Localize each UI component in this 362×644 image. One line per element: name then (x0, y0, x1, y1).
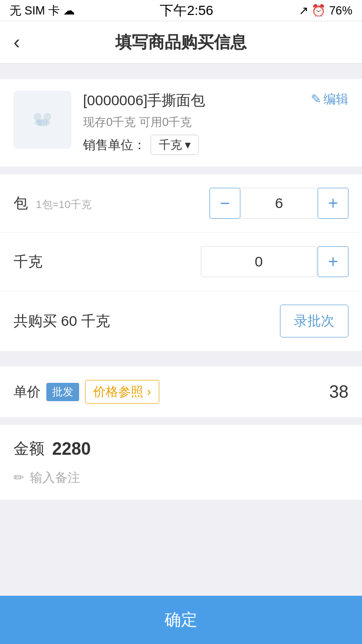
confirm-button-label: 确定 (165, 609, 197, 631)
bao-quantity-input[interactable] (240, 188, 318, 219)
amount-row: 金额 2280 (14, 438, 348, 460)
price-left: 单价 批发 价格参照 › (14, 380, 159, 404)
divider-1 (0, 167, 362, 174)
edit-label: 编辑 (323, 91, 348, 108)
status-right: ↗ ⏰ 76% (299, 4, 352, 17)
product-logo-icon: 智计 (28, 105, 57, 134)
divider-2 (0, 351, 362, 359)
unit-dropdown-icon: ▾ (185, 138, 191, 152)
total-section: 共购买 60 千克 录批次 (0, 291, 362, 351)
confirm-button[interactable]: 确定 (0, 596, 362, 644)
edit-icon: ✎ (311, 92, 321, 107)
amount-label: 金额 (14, 438, 44, 460)
bao-quantity-control: − + (209, 188, 348, 219)
product-image: 智计 (14, 91, 71, 149)
price-label: 单价 (14, 383, 41, 401)
total-amount: 60 (61, 313, 77, 329)
status-left: 无 SIM 卡 ☁ (10, 3, 75, 18)
amount-section: 金额 2280 ✏ 输入备注 (0, 425, 362, 500)
qianke-row: 千克 + (0, 233, 362, 291)
product-section: 智计 [0000006]手撕面包 现存0千克 可用0千克 销售单位： 千克 ▾ … (0, 79, 362, 167)
status-bar: 无 SIM 卡 ☁ 下午2:56 ↗ ⏰ 76% (0, 0, 362, 21)
bao-increment-button[interactable]: + (318, 188, 348, 219)
product-unit: 销售单位： 千克 ▾ (83, 135, 348, 155)
qianke-quantity-input[interactable] (201, 246, 317, 277)
product-info: [0000006]手撕面包 现存0千克 可用0千克 销售单位： 千克 ▾ (83, 91, 348, 155)
page-title: 填写商品购买信息 (115, 31, 247, 54)
record-batch-button[interactable]: 录批次 (280, 305, 348, 337)
qianke-increment-button[interactable]: + (318, 246, 348, 277)
product-stock: 现存0千克 可用0千克 (83, 114, 348, 130)
bao-decrement-button[interactable]: − (209, 188, 240, 219)
remark-text: 输入备注 (30, 469, 80, 486)
input-section: 包 1包=10千克 − + 千克 + (0, 174, 362, 291)
nav-bar: ‹ 填写商品购买信息 (0, 21, 362, 64)
qianke-quantity-control: + (201, 246, 348, 277)
unit-value: 千克 (159, 137, 182, 153)
bao-hint: 1包=10千克 (36, 198, 92, 210)
divider-top (0, 64, 362, 71)
price-reference-button[interactable]: 价格参照 › (85, 380, 159, 404)
price-value: 38 (329, 382, 348, 402)
unit-select[interactable]: 千克 ▾ (151, 135, 199, 155)
total-text: 共购买 60 千克 (14, 311, 110, 331)
product-name: [0000006]手撕面包 (83, 91, 348, 111)
status-time: 下午2:56 (160, 1, 213, 20)
unit-label: 销售单位： (83, 137, 146, 154)
price-section: 单价 批发 价格参照 › 38 (0, 366, 362, 417)
svg-text:智计: 智计 (36, 119, 49, 126)
bao-label: 包 1包=10千克 (14, 194, 209, 213)
qianke-label: 千克 (14, 252, 201, 272)
edit-button[interactable]: ✎ 编辑 (311, 91, 348, 108)
remark-icon: ✏ (14, 470, 24, 485)
battery-status: ↗ ⏰ 76% (299, 4, 352, 17)
sim-status: 无 SIM 卡 ☁ (10, 3, 75, 18)
price-badge: 批发 (46, 383, 79, 401)
bao-row: 包 1包=10千克 − + (0, 174, 362, 233)
remark-row[interactable]: ✏ 输入备注 (14, 469, 348, 486)
back-button[interactable]: ‹ (14, 31, 20, 53)
amount-value: 2280 (52, 439, 91, 459)
